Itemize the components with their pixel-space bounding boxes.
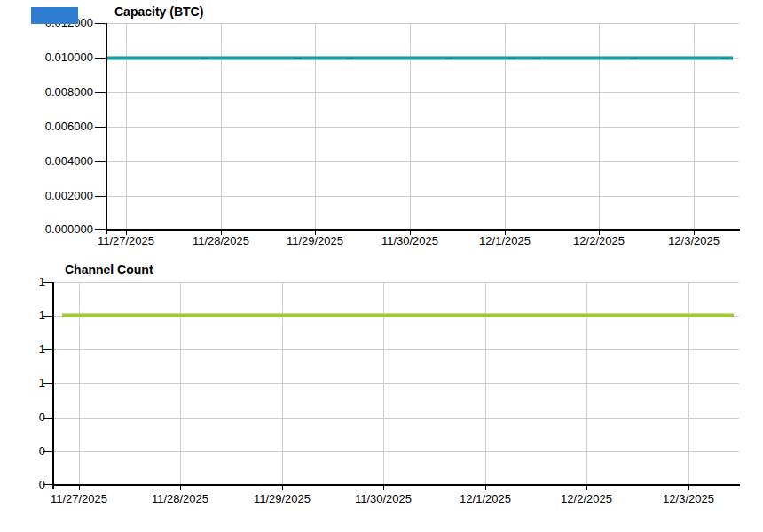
channel-y-label: 1 <box>18 376 45 390</box>
channel-x-label: 11/28/2025 <box>140 492 220 506</box>
capacity-data-marker <box>721 58 729 59</box>
capacity-x-label: 11/27/2025 <box>86 234 166 248</box>
channel-y-label: 1 <box>18 342 45 356</box>
axis-tick <box>586 486 587 490</box>
axis-tick <box>383 486 384 490</box>
blue-highlight-overlay <box>31 7 78 24</box>
axis-tick <box>282 486 283 490</box>
axis-tick <box>95 92 106 93</box>
capacity-data-marker <box>346 58 354 59</box>
capacity-y-label: 0.006000 <box>22 120 93 134</box>
capacity-x-axis-line <box>106 229 740 231</box>
channel-y-label: 1 <box>18 275 45 289</box>
axis-tick <box>688 486 689 490</box>
channel-y-label: 0 <box>18 444 45 458</box>
capacity-x-label: 11/30/2025 <box>370 234 450 248</box>
channel-x-label: 12/2/2025 <box>547 492 626 506</box>
channel-line <box>62 313 734 317</box>
axis-tick <box>43 282 52 283</box>
axis-tick <box>43 316 52 317</box>
axis-tick <box>95 229 106 230</box>
channel-y-label: 0 <box>18 411 45 425</box>
channel-chart-title: Channel Count <box>65 262 153 277</box>
channel-x-label: 12/3/2025 <box>649 492 728 506</box>
axis-tick <box>95 58 106 59</box>
capacity-data-marker <box>201 58 208 59</box>
capacity-data-marker <box>532 58 540 59</box>
capacity-data-marker <box>508 58 516 59</box>
axis-tick <box>43 484 52 485</box>
channel-x-axis-line <box>52 484 740 486</box>
channel-x-label: 12/1/2025 <box>445 492 525 506</box>
axis-tick <box>43 383 52 384</box>
capacity-y-label: 0.004000 <box>22 154 93 168</box>
axis-tick <box>43 418 52 419</box>
capacity-y-label: 0.010000 <box>22 51 93 65</box>
capacity-x-label: 12/1/2025 <box>465 234 545 248</box>
axis-tick <box>95 127 106 128</box>
capacity-y-label: 0.000000 <box>22 223 93 237</box>
capacity-x-label: 12/3/2025 <box>654 234 734 248</box>
capacity-x-label: 11/28/2025 <box>181 234 261 248</box>
axis-tick <box>95 196 106 197</box>
axis-tick <box>43 451 52 452</box>
capacity-x-label: 11/29/2025 <box>275 234 355 248</box>
axis-tick <box>79 486 80 490</box>
axis-tick <box>180 486 181 490</box>
channel-x-label: 11/27/2025 <box>39 492 119 506</box>
capacity-data-marker <box>630 58 638 59</box>
capacity-data-marker <box>294 58 302 59</box>
channel-y-label: 0 <box>18 478 45 492</box>
capacity-x-label: 12/2/2025 <box>559 234 639 248</box>
capacity-line <box>107 56 733 60</box>
channel-x-label: 11/29/2025 <box>242 492 322 506</box>
axis-tick <box>43 349 52 350</box>
channel-x-label: 11/30/2025 <box>343 492 423 506</box>
axis-tick <box>95 23 106 24</box>
chart-dashboard: Capacity (BTC) 0.012000 0.010000 0.00800… <box>0 0 763 532</box>
axis-tick <box>95 161 106 162</box>
capacity-y-label: 0.008000 <box>22 85 93 99</box>
capacity-chart-title: Capacity (BTC) <box>114 4 203 19</box>
capacity-data-marker <box>445 58 453 59</box>
capacity-y-label: 0.002000 <box>22 189 93 203</box>
axis-tick <box>485 486 486 490</box>
capacity-plot-area[interactable] <box>107 23 739 229</box>
channel-y-label: 1 <box>18 309 45 323</box>
